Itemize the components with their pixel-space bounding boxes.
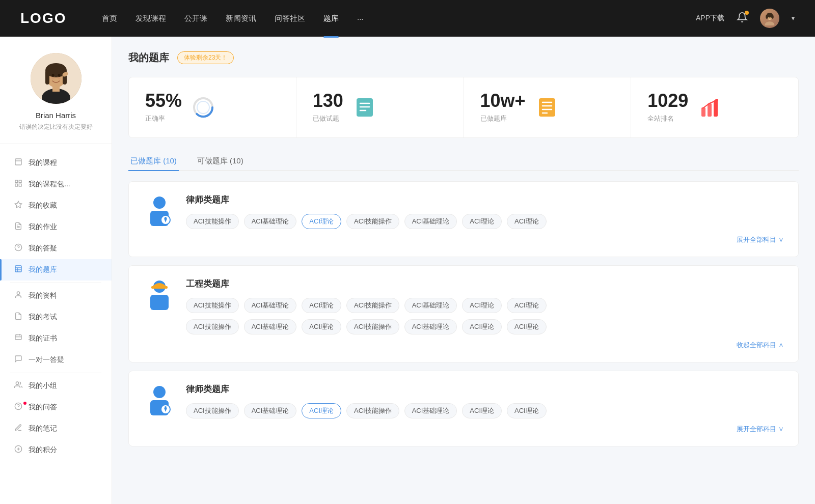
sidebar-item-favorites[interactable]: 我的收藏 <box>0 195 112 216</box>
tags-row-1-r2: ACI技能操作 ACI基础理论 ACI理论 ACI技能操作 ACI基础理论 AC… <box>186 319 784 334</box>
svg-point-58 <box>153 197 166 209</box>
tag-0-3[interactable]: ACI技能操作 <box>346 214 399 229</box>
sidebar-item-exam[interactable]: 我的考试 <box>0 306 112 328</box>
qbank-title-0: 律师类题库 <box>186 194 784 206</box>
stat-ranking-icon <box>698 96 721 119</box>
tag-0-6[interactable]: ACI理论 <box>507 214 547 229</box>
tag-1-r2-0[interactable]: ACI技能操作 <box>186 319 239 334</box>
notification-bell[interactable] <box>737 12 748 25</box>
tag-0-1[interactable]: ACI基础理论 <box>244 214 297 229</box>
sidebar-item-courses[interactable]: 我的课程 <box>0 152 112 174</box>
app-download-link[interactable]: APP下载 <box>696 14 724 23</box>
svg-rect-49 <box>539 98 555 117</box>
tag-1-r2-2[interactable]: ACI理论 <box>302 319 341 334</box>
sidebar-item-qbank[interactable]: 我的题库 <box>0 259 112 281</box>
tag-1-1[interactable]: ACI基础理论 <box>244 298 297 313</box>
nav-qa[interactable]: 问答社区 <box>275 12 305 25</box>
qbank-icon-lawyer-2 <box>143 383 176 420</box>
stat-accuracy-icon <box>192 96 214 119</box>
tag-1-r2-5[interactable]: ACI理论 <box>462 319 502 334</box>
tag-2-6[interactable]: ACI理论 <box>507 403 547 418</box>
user-avatar[interactable] <box>760 9 779 28</box>
nav-news[interactable]: 新闻资讯 <box>226 12 256 25</box>
svg-point-15 <box>51 74 54 77</box>
svg-rect-34 <box>15 335 21 340</box>
sidebar-label-myqa: 我的问答 <box>29 403 57 412</box>
svg-point-65 <box>153 386 166 398</box>
qbank-body-2: 律师类题库 ACI技能操作 ACI基础理论 ACI理论 ACI技能操作 ACI基… <box>186 383 784 434</box>
svg-point-44 <box>197 101 209 114</box>
tag-2-3[interactable]: ACI技能操作 <box>346 403 399 418</box>
qa-icon <box>14 243 22 254</box>
sidebar-item-points[interactable]: 我的积分 <box>0 439 112 461</box>
svg-rect-63 <box>150 295 169 310</box>
qbank-header-2: 律师类题库 ACI技能操作 ACI基础理论 ACI理论 ACI技能操作 ACI基… <box>143 383 784 434</box>
nav-openclass[interactable]: 公开课 <box>184 12 207 25</box>
expand-link-2[interactable]: 展开全部科目 ∨ <box>186 425 784 434</box>
svg-rect-21 <box>19 180 21 183</box>
tag-1-0[interactable]: ACI技能操作 <box>186 298 239 313</box>
stat-ranking-text: 1029 全站排名 <box>647 92 688 123</box>
nav-home[interactable]: 首页 <box>102 12 117 25</box>
svg-rect-18 <box>15 159 21 165</box>
nav-more[interactable]: ··· <box>357 12 364 25</box>
tag-1-5[interactable]: ACI理论 <box>462 298 502 313</box>
profile-section: Brian Harris 错误的决定比没有决定要好 <box>0 37 112 144</box>
tag-0-4[interactable]: ACI基础理论 <box>404 214 457 229</box>
tag-2-4[interactable]: ACI基础理论 <box>404 403 457 418</box>
collapse-link-1[interactable]: 收起全部科目 ∧ <box>186 341 784 350</box>
stat-done-questions-value: 130 <box>313 92 343 110</box>
sidebar-item-qa[interactable]: 我的答疑 <box>0 238 112 259</box>
tab-done-banks[interactable]: 已做题库 (10) <box>128 152 179 171</box>
tag-1-3[interactable]: ACI技能操作 <box>346 298 399 313</box>
tag-2-0[interactable]: ACI技能操作 <box>186 403 239 418</box>
profile-name: Brian Harris <box>36 111 76 120</box>
stat-done-questions-icon <box>354 96 376 119</box>
tag-2-2[interactable]: ACI理论 <box>302 403 341 418</box>
tag-0-2[interactable]: ACI理论 <box>302 214 341 229</box>
tab-available-banks[interactable]: 可做题库 (10) <box>195 152 246 171</box>
tag-0-0[interactable]: ACI技能操作 <box>186 214 239 229</box>
qbank-title-2: 律师类题库 <box>186 383 784 395</box>
sidebar-item-homework[interactable]: 我的作业 <box>0 216 112 238</box>
tag-0-5[interactable]: ACI理论 <box>462 214 502 229</box>
nav-discover[interactable]: 发现课程 <box>135 12 166 25</box>
tags-row-0: ACI技能操作 ACI基础理论 ACI理论 ACI技能操作 ACI基础理论 AC… <box>186 214 784 229</box>
svg-point-1 <box>765 21 775 25</box>
group-icon <box>14 381 22 391</box>
expand-link-0[interactable]: 展开全部科目 ∨ <box>186 235 784 244</box>
sidebar-item-certificate[interactable]: 我的证书 <box>0 328 112 349</box>
tag-1-4[interactable]: ACI基础理论 <box>404 298 457 313</box>
tag-1-r2-6[interactable]: ACI理论 <box>507 319 547 334</box>
tag-2-1[interactable]: ACI基础理论 <box>244 403 297 418</box>
logo[interactable]: LOGO <box>20 10 71 26</box>
points-icon <box>14 445 22 455</box>
stat-accuracy-value: 55% <box>145 92 182 110</box>
sidebar-item-notes[interactable]: 我的笔记 <box>0 418 112 439</box>
sidebar-item-myqa[interactable]: 我的问答 <box>0 397 112 418</box>
user-dropdown-arrow[interactable]: ▾ <box>792 15 795 22</box>
sidebar-item-group[interactable]: 我的小组 <box>0 375 112 397</box>
tag-2-5[interactable]: ACI理论 <box>462 403 502 418</box>
svg-rect-23 <box>19 184 21 186</box>
tag-1-r2-3[interactable]: ACI技能操作 <box>346 319 399 334</box>
tag-1-r2-4[interactable]: ACI基础理论 <box>404 319 457 334</box>
favorites-icon <box>14 201 22 211</box>
svg-rect-55 <box>708 103 712 117</box>
divider-2 <box>10 373 101 373</box>
stat-ranking-label: 全站排名 <box>647 114 688 123</box>
sidebar-label-course-pack: 我的课程包... <box>29 180 70 189</box>
sidebar-item-tutoring[interactable]: 一对一答疑 <box>0 349 112 371</box>
sidebar-label-homework: 我的作业 <box>29 222 57 232</box>
tag-1-r2-1[interactable]: ACI基础理论 <box>244 319 297 334</box>
sidebar-item-course-pack[interactable]: 我的课程包... <box>0 174 112 195</box>
svg-point-16 <box>58 74 60 77</box>
tag-1-2[interactable]: ACI理论 <box>302 298 341 313</box>
sidebar-item-profile[interactable]: 我的资料 <box>0 285 112 306</box>
profile-motto: 错误的决定比没有决定要好 <box>19 123 93 131</box>
sidebar-label-qa: 我的答疑 <box>29 244 57 253</box>
trial-badge: 体验剩余23天！ <box>177 51 234 64</box>
tag-1-6[interactable]: ACI理论 <box>507 298 547 313</box>
nav-qbank[interactable]: 题库 <box>323 12 339 25</box>
svg-point-5 <box>771 15 774 19</box>
